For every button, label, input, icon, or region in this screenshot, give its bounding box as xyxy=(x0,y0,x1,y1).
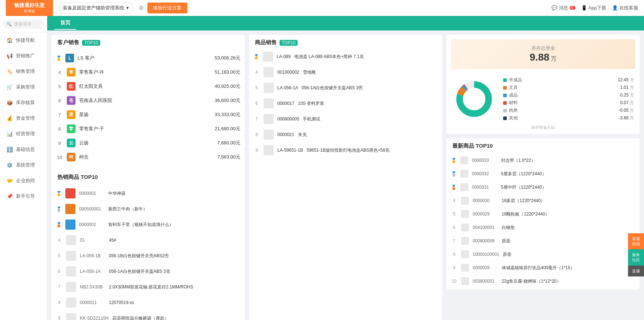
legend-dot-finished xyxy=(503,94,507,97)
psale-rank-7: 9 xyxy=(253,148,260,153)
psale-rank-3: 5 xyxy=(253,85,260,90)
stock-chart-area: 半成品 12.45 万 文具 1.01 万 xyxy=(447,73,640,125)
sidebar-item-quicknav[interactable]: 🏠 快捷导航 xyxy=(0,33,47,48)
customer-amount-6: 21,680.00元 xyxy=(215,126,240,132)
sidebar-label-collab: 企业协同 xyxy=(16,177,35,184)
avatar: 星 xyxy=(67,110,76,119)
customer-name-6: 零售客户-于 xyxy=(79,126,211,132)
new-product-icon-1 xyxy=(460,156,468,164)
sidebar-item-finance[interactable]: 💰 资金管理 xyxy=(0,111,47,126)
new-product-icon-7 xyxy=(461,237,469,245)
guide-icon: 📌 xyxy=(6,193,13,200)
sidebar-item-basic[interactable]: ℹ️ 基础信息 xyxy=(0,142,47,157)
customer-amount-2: 51,183.00元 xyxy=(215,69,240,75)
psale-img-2 xyxy=(264,67,274,77)
app-label: App下载 xyxy=(588,5,606,11)
customer-amount-3: 40,925.00元 xyxy=(215,83,240,90)
psale-name-6: 0000021 夹克 xyxy=(277,132,307,138)
new-rank-7: 7 xyxy=(451,238,457,243)
gear-icon[interactable]: ⚙ xyxy=(139,4,144,11)
hot-medal-2: 🥈 xyxy=(56,206,62,212)
table-row: 7 000800005 手机测试 xyxy=(249,111,442,127)
avatar: 柯 xyxy=(67,153,76,161)
psale-img-7 xyxy=(264,145,274,155)
sidebar-label-purchase: 采购管理 xyxy=(16,84,35,90)
topbar-right: 💬 消息 6 📱 App下载 👤 在线客服 xyxy=(551,5,638,11)
topbar: 畅捷通好生意 标准版 装备及固定资产辅助管理系统 ▾ ⚙ 体验行业方案 💬 消息… xyxy=(0,0,644,16)
psale-name-4: 0000017 10S 变料罗浆 xyxy=(277,100,324,107)
table-row: 9 云 云扬 7,680.00元 xyxy=(52,136,245,150)
purchase-icon: 🛒 xyxy=(6,83,13,91)
service-btn[interactable]: 👤 在线客服 xyxy=(612,5,638,11)
new-code-5: 0000029 xyxy=(473,212,498,217)
new-name-5: 18颗粒板（1220*2440） xyxy=(502,211,635,217)
hot-name-3: 智利车子里（规格不知道填什么） xyxy=(108,222,174,228)
nav-home[interactable]: 首页 xyxy=(54,17,76,30)
list-item: 8 10000100001 原壶 xyxy=(447,248,640,261)
table-row: 5 LA-056-1A 056-1A白色按键开关盖ABS 3壳 xyxy=(249,80,442,96)
legend-item-material: 材料 0.07 万 xyxy=(503,100,634,106)
psale-img-3 xyxy=(264,83,274,93)
table-row: 4 零 零售客户-许 51,183.00元 xyxy=(52,65,245,79)
new-medal-3: 🥉 xyxy=(451,185,457,190)
hot-code-1: 0000001 xyxy=(79,191,105,196)
stock-icon: 📦 xyxy=(6,99,13,106)
hot-products-header: 热销商品 TOP10 xyxy=(52,169,245,184)
system-selector[interactable]: 装备及固定资产辅助管理系统 ▾ xyxy=(59,3,133,13)
sidebar-item-purchase[interactable]: 🛒 采购管理 xyxy=(0,79,47,95)
product-sales-rank-card: 商品销售 TOP10 🥇 LA-089 电池盖 LA-089 ABS本色+黑种 … xyxy=(249,35,442,320)
trial-button[interactable]: 体验行业方案 xyxy=(147,3,187,13)
customer-service-btn[interactable]: 客服热线 xyxy=(628,233,644,250)
customer-name-2: 零售客户-许 xyxy=(79,69,211,75)
product-sales-header: 商品销售 TOP10 xyxy=(249,35,442,49)
search-input-container[interactable]: 🔍 搜索菜单 xyxy=(3,20,44,29)
new-products-title: 最新商品 TOP10 xyxy=(452,143,493,149)
sidebar-label-basic: 基础信息 xyxy=(16,146,35,153)
new-product-icon-2 xyxy=(460,170,468,178)
product-sales-list: 🥇 LA-089 电池盖 LA-089 ABS本色+黑种 7.1克 4 0010… xyxy=(249,49,442,158)
psale-img-5 xyxy=(264,114,274,124)
psale-medal-1: 🥇 xyxy=(253,54,259,60)
product-image-4 xyxy=(66,235,76,245)
sales-icon: 🏷️ xyxy=(6,68,13,75)
main-content: 首页 客户销售 TOP10 🥇 L LS 客户 53,006.26元 4 零 xyxy=(47,16,644,320)
sidebar-item-ops[interactable]: 📊 经营管理 xyxy=(0,126,47,142)
hot-code-5: LA-056-1B xyxy=(80,253,105,258)
customer-rank-list: 🥇 L LS 客户 53,006.26元 4 零 零售客户-许 51,183.0… xyxy=(52,49,245,165)
legend-item-finished: 成品 0.25 万 xyxy=(503,92,634,98)
table-row: 8 零 零售客户-于 21,680.00元 xyxy=(52,122,245,136)
rank-num-2: 4 xyxy=(56,70,63,75)
app-download-btn[interactable]: 📱 App下载 xyxy=(581,5,606,11)
medal-icon-1: 🥇 xyxy=(56,56,62,61)
ops-icon: 📊 xyxy=(6,130,13,138)
stock-total: 库存总资金 9.88 万 xyxy=(451,39,635,69)
table-row: 🥇 L LS 客户 53,006.26元 xyxy=(52,51,245,65)
rank-num-7: 9 xyxy=(56,140,63,146)
new-code-9: 0000028 xyxy=(473,265,498,270)
logo: 畅捷通好生意 标准版 xyxy=(6,0,53,16)
live-stream-btn[interactable]: 直播 xyxy=(628,266,644,276)
psale-rank-5: 7 xyxy=(253,116,260,122)
stock-total-label: 库存总资金 xyxy=(531,45,555,51)
sidebar-item-marketing[interactable]: 📢 营销推广 xyxy=(0,48,47,64)
table-row: 4 001000002 雪地靴 xyxy=(249,65,442,80)
psale-rank-4: 6 xyxy=(253,101,260,106)
system-name: 装备及固定资产辅助管理系统 xyxy=(63,5,124,11)
list-item: 9 0000028 体城嘉核味苏打饮品400毫升（1*15） xyxy=(447,261,640,275)
sidebar-search-area: 🔍 搜索菜单 xyxy=(0,16,47,33)
service-community-btn[interactable]: 服务社区 xyxy=(628,249,644,266)
customer-amount-8: 7,563.00元 xyxy=(217,154,240,160)
sidebar-item-system[interactable]: ⚙️ 系统管理 xyxy=(0,157,47,173)
sidebar-item-stock[interactable]: 📦 库存核算 xyxy=(0,95,47,111)
stock-legend: 半成品 12.45 万 文具 1.01 万 xyxy=(503,77,634,121)
new-product-icon-8 xyxy=(461,250,469,258)
list-item: 🥉 0000031 5厘中纤（1220*2440） xyxy=(447,181,640,194)
sidebar-item-collab[interactable]: 🤝 企业协同 xyxy=(0,173,47,189)
new-name-4: 18多层（1220*2440） xyxy=(502,198,635,204)
sidebar-label-finance: 资金管理 xyxy=(16,115,35,122)
sidebar-item-guide[interactable]: 📌 新手引导 xyxy=(0,189,47,204)
sidebar-label-guide: 新手引导 xyxy=(16,193,35,200)
message-btn[interactable]: 💬 消息 6 xyxy=(551,5,575,11)
sidebar-item-sales[interactable]: 🏷️ 销售管理 xyxy=(0,64,47,79)
chevron-down-icon: ▾ xyxy=(126,5,129,11)
